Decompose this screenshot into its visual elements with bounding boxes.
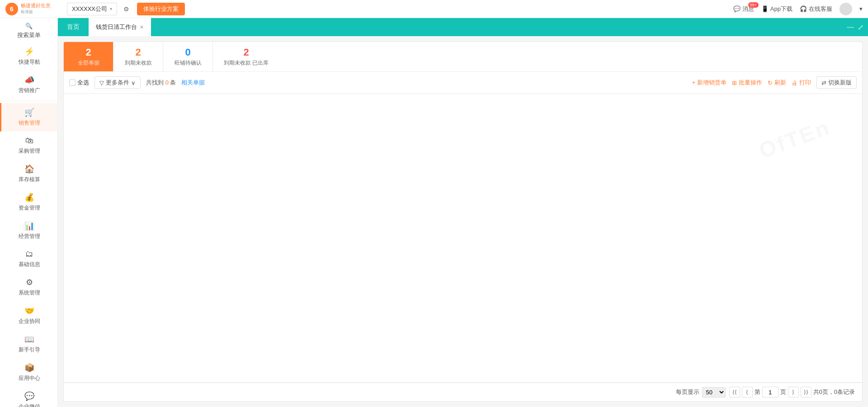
sidebar-search-label: 搜索菜单 bbox=[17, 31, 41, 39]
bag-icon: 🛍 bbox=[25, 136, 33, 145]
sidebar-finance-label: 资金管理 bbox=[19, 204, 40, 212]
sidebar-item-guide[interactable]: 📖 新手引导 bbox=[0, 330, 57, 358]
switch-label: 切换新版 bbox=[828, 79, 852, 87]
logo-icon: 6 bbox=[5, 3, 18, 15]
message-badge: 99+ bbox=[748, 2, 759, 8]
filter-button[interactable]: ▽ 更多条件 ∨ bbox=[94, 76, 141, 89]
select-all-checkbox[interactable]: 全选 bbox=[69, 79, 89, 87]
select-all-label: 全选 bbox=[77, 79, 89, 87]
page-navigation: ⟨⟨ ⟨ 第 页 ⟩ ⟩⟩ 共0页，0条记录 bbox=[729, 387, 855, 398]
tab-workspace-label: 钱货日清工作台 bbox=[96, 23, 137, 31]
stat-num-wangpu: 0 bbox=[185, 47, 190, 58]
sidebar-quick-nav-label: 快捷导航 bbox=[19, 58, 40, 66]
main-layout: 🔍 搜索菜单 ⚡ 快捷导航 📣 营销推广 🛒 销售管理 🛍 采购管理 🏠 库存核… bbox=[0, 18, 868, 407]
stat-label-overdue: 到期未收款 bbox=[125, 59, 152, 67]
sidebar-item-basic[interactable]: 🗂 基础信息 bbox=[0, 245, 57, 273]
online-service-btn[interactable]: 🎧 在线客服 bbox=[800, 5, 832, 13]
stat-label-all: 全部单据 bbox=[78, 59, 99, 67]
stat-tab-all[interactable]: 2 全部单据 bbox=[64, 42, 113, 71]
sidebar-enterprise-label: 企业协同 bbox=[19, 318, 40, 325]
avatar[interactable] bbox=[840, 3, 852, 15]
stat-tab-wangpu[interactable]: 0 旺铺待确认 bbox=[163, 42, 213, 71]
sidebar-sales-label: 销售管理 bbox=[19, 119, 40, 127]
sidebar-system-label: 系统管理 bbox=[19, 289, 40, 297]
toolbar-right: + 新增销货单 ⊞ 批量操作 ↻ 刷新 🖨 打印 ⇄ bbox=[692, 76, 857, 89]
per-page-select[interactable]: 50 100 200 bbox=[702, 387, 726, 398]
money-icon: 💰 bbox=[24, 192, 34, 202]
minimize-icon[interactable]: — bbox=[847, 23, 854, 31]
sidebar-item-search[interactable]: 🔍 搜索菜单 bbox=[0, 18, 57, 42]
first-page-button[interactable]: ⟨⟨ bbox=[729, 387, 740, 398]
sidebar-item-sales[interactable]: 🛒 销售管理 bbox=[0, 103, 57, 131]
print-icon: 🖨 bbox=[792, 80, 797, 86]
user-name[interactable]: ▾ bbox=[859, 5, 863, 12]
checkbox-box[interactable] bbox=[69, 80, 75, 86]
page-number-input[interactable] bbox=[762, 387, 778, 398]
sidebar-app-center-label: 应用中心 bbox=[19, 374, 40, 382]
found-text: 共找到 0 条 bbox=[146, 79, 176, 87]
sidebar-item-quick-nav[interactable]: ⚡ 快捷导航 bbox=[0, 42, 57, 70]
sidebar-marketing-label: 营销推广 bbox=[19, 87, 40, 94]
message-btn[interactable]: 💬 消息 99+ bbox=[733, 5, 754, 13]
filter-icon: ▽ bbox=[99, 80, 104, 86]
sidebar-top-group: ⚡ 快捷导航 📣 营销推广 bbox=[0, 42, 57, 101]
switch-icon: ⇄ bbox=[821, 80, 826, 86]
expand-icon[interactable]: ⤢ bbox=[858, 23, 863, 32]
settings-icon[interactable]: ⚙ bbox=[120, 3, 132, 15]
stat-label-shipped: 到期未收款 已出库 bbox=[224, 59, 269, 67]
prev-page-button[interactable]: ⟨ bbox=[742, 387, 753, 398]
switch-version-button[interactable]: ⇄ 切换新版 bbox=[816, 76, 857, 89]
sidebar-item-enterprise[interactable]: 🤝 企业协同 bbox=[0, 301, 57, 330]
chevron-down-icon: ▾ bbox=[110, 6, 112, 11]
sidebar-item-system[interactable]: ⚙ 系统管理 bbox=[0, 273, 57, 301]
sidebar-item-operations[interactable]: 📊 经营管理 bbox=[0, 216, 57, 245]
top-header: 6 畅捷通好生意 标准版 XXXXXX公司 ▾ ⚙ 体验行业方案 💬 消息 99… bbox=[0, 0, 868, 18]
logo-sub: 标准版 bbox=[21, 9, 51, 15]
stat-tab-overdue[interactable]: 2 到期未收款 bbox=[113, 42, 163, 71]
tabs-bar: 首页 钱货日清工作台 ✕ — ⤢ bbox=[58, 18, 868, 36]
tab-home[interactable]: 首页 bbox=[58, 18, 89, 36]
sidebar-wechat-label: 企业微信 bbox=[19, 403, 40, 407]
page-prefix-label: 第 bbox=[755, 388, 760, 396]
handshake-icon: 🤝 bbox=[24, 306, 34, 316]
sidebar-guide-label: 新手引导 bbox=[19, 346, 40, 354]
stat-num-overdue: 2 bbox=[135, 47, 141, 58]
company-selector[interactable]: XXXXXX公司 ▾ bbox=[67, 3, 117, 15]
wechat-icon: 💬 bbox=[24, 391, 34, 401]
trial-button[interactable]: 体验行业方案 bbox=[137, 3, 185, 15]
add-sales-order-button[interactable]: + 新增销货单 bbox=[692, 79, 726, 87]
sidebar-item-purchase[interactable]: 🛍 采购管理 bbox=[0, 131, 57, 159]
related-link[interactable]: 相关单据 bbox=[181, 79, 205, 87]
last-page-button[interactable]: ⟩⟩ bbox=[801, 387, 811, 398]
settings-gear-icon: ⚙ bbox=[26, 277, 33, 287]
refresh-button[interactable]: ↻ 刷新 bbox=[768, 79, 786, 87]
tab-workspace[interactable]: 钱货日清工作台 ✕ bbox=[89, 18, 151, 36]
grid-icon: ⚡ bbox=[24, 47, 34, 56]
toolbar: 全选 ▽ 更多条件 ∨ 共找到 0 条 相关单据 + 新增销货单 ⊞ bbox=[63, 71, 863, 94]
tab-close-icon[interactable]: ✕ bbox=[140, 24, 144, 30]
sidebar-item-inventory[interactable]: 🏠 库存核算 bbox=[0, 159, 57, 188]
page-suffix-label: 页 bbox=[780, 388, 786, 396]
next-page-button[interactable]: ⟩ bbox=[788, 387, 799, 398]
warehouse-icon: 🏠 bbox=[24, 164, 34, 174]
logo-area: 6 畅捷通好生意 标准版 bbox=[5, 3, 63, 15]
print-button[interactable]: 🖨 打印 bbox=[792, 79, 811, 87]
stat-num-shipped: 2 bbox=[244, 47, 249, 58]
stat-num-all: 2 bbox=[85, 47, 91, 58]
search-icon: 🔍 bbox=[25, 23, 33, 29]
total-records-label: 共0页，0条记录 bbox=[813, 388, 855, 396]
refresh-label: 刷新 bbox=[774, 79, 786, 87]
sidebar-item-marketing[interactable]: 📣 营销推广 bbox=[0, 70, 57, 99]
sidebar-item-finance[interactable]: 💰 资金管理 bbox=[0, 188, 57, 216]
sidebar: 🔍 搜索菜单 ⚡ 快捷导航 📣 营销推广 🛒 销售管理 🛍 采购管理 🏠 库存核… bbox=[0, 18, 58, 407]
logo-text-block: 畅捷通好生意 标准版 bbox=[21, 3, 51, 14]
header-right: 💬 消息 99+ 📱 App下载 🎧 在线客服 ▾ bbox=[733, 3, 863, 15]
sidebar-item-wechat[interactable]: 💬 企业微信 bbox=[0, 387, 57, 407]
stat-tab-shipped[interactable]: 2 到期未收款 已出库 bbox=[213, 42, 279, 71]
sidebar-item-app-center[interactable]: 📦 应用中心 bbox=[0, 358, 57, 387]
filter-label: 更多条件 bbox=[106, 79, 129, 87]
batch-operation-button[interactable]: ⊞ 批量操作 bbox=[732, 79, 762, 87]
found-prefix: 共找到 bbox=[146, 79, 164, 86]
app-download-btn[interactable]: 📱 App下载 bbox=[761, 5, 793, 13]
phone-icon: 📱 bbox=[761, 5, 769, 12]
